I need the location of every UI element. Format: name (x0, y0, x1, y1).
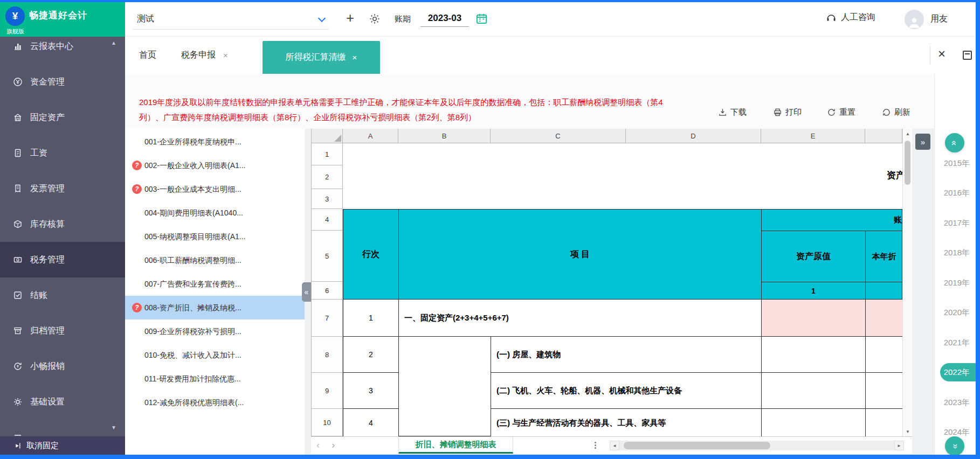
cell-f10[interactable] (866, 409, 902, 436)
header-cell-asset-original-value[interactable]: 资产原值 (762, 231, 866, 282)
vertical-scroll-thumb[interactable] (905, 141, 910, 185)
form-list-item-008-selected[interactable]: ?008-资产折旧、摊销及纳税... (125, 296, 305, 319)
refresh-button[interactable]: 刷新 (882, 107, 910, 117)
header-cell-line-no[interactable]: 行次 (343, 210, 399, 300)
column-header-f-partial[interactable] (865, 129, 902, 143)
sidebar-item-basic-settings[interactable]: 基础设置 (0, 384, 125, 420)
sidebar-item-archive[interactable]: 归档管理 (0, 313, 125, 349)
row-header-3[interactable]: 3 (311, 189, 343, 209)
active-sheet-tab[interactable]: 折旧、摊销调整明细表 (398, 437, 513, 454)
calendar-icon[interactable] (475, 12, 488, 25)
scroll-right-icon[interactable]: ► (894, 441, 904, 450)
row-header-9[interactable]: 9 (311, 373, 343, 409)
form-list-item-011[interactable]: 011-研发费用加计扣除优惠... (125, 367, 305, 391)
column-header-e[interactable]: E (761, 129, 865, 143)
cell-a7[interactable]: 1 (343, 300, 399, 337)
header-cell-item[interactable]: 项 目 (399, 210, 762, 300)
scroll-down-icon[interactable]: ▼ (903, 427, 912, 436)
cell-c10-item[interactable]: (三) 与生产经营活动有关的器具、工具、家具等 (491, 409, 762, 436)
cell-e8[interactable] (762, 337, 866, 373)
select-all-corner[interactable] (311, 129, 343, 143)
cell-a8[interactable]: 2 (343, 337, 399, 373)
years-scroll-down-button[interactable]: « (945, 436, 964, 455)
reset-button[interactable]: 重置 (827, 107, 855, 117)
tab-tax-declaration[interactable]: 税务申报 × (181, 37, 228, 74)
sidebar-item-fixed-assets[interactable]: 固定资产 (0, 100, 125, 135)
sheet-menu-icon[interactable] (595, 441, 596, 450)
row-header-1[interactable]: 1 (311, 143, 343, 165)
cell-e9[interactable] (762, 373, 866, 409)
avatar[interactable] (905, 10, 924, 29)
settings-gear-icon[interactable] (369, 13, 381, 25)
sheet-title-rows[interactable]: 资产 (343, 143, 902, 209)
sidebar-item-tax-management[interactable]: 税务管理 (0, 242, 125, 277)
sidebar-item-inventory[interactable]: 库存核算 (0, 206, 125, 242)
column-header-d[interactable]: D (626, 129, 761, 143)
cell-b8-b10-merged[interactable] (399, 337, 491, 436)
year-item-2022-active[interactable]: 2022年 (940, 363, 976, 381)
form-list-item-004[interactable]: 004-期间费用明细表(A1040... (125, 201, 305, 225)
row-header-6[interactable]: 6 (311, 282, 343, 300)
years-scroll-up-button[interactable]: « (945, 133, 964, 152)
cell-e7-pink[interactable] (762, 300, 866, 337)
download-button[interactable]: 下载 (718, 107, 747, 117)
consult-button[interactable]: 人工咨询 (826, 12, 875, 23)
expand-year-panel-button[interactable]: » (915, 134, 930, 150)
header-cell-col-index-1[interactable]: 1 (762, 282, 866, 300)
cell-c9-item[interactable]: (二) 飞机、火车、轮船、机器、机械和其他生产设备 (491, 373, 762, 409)
year-item-2021[interactable]: 2021年 (935, 333, 976, 352)
sidebar-scroll-up-icon[interactable]: ▲ (111, 40, 116, 46)
print-button[interactable]: 打印 (773, 107, 802, 117)
form-list-item-012[interactable]: 012-减免所得税优惠明细表(... (125, 391, 305, 414)
sidebar-scroll-down-icon[interactable]: ▼ (111, 425, 116, 430)
vertical-scrollbar[interactable]: ▲ ▼ (902, 129, 912, 436)
sidebar-item-closing[interactable]: 结账 (0, 277, 125, 313)
row-header-2[interactable]: 2 (311, 165, 343, 189)
year-item-2023[interactable]: 2023年 (935, 393, 976, 412)
year-item-2017[interactable]: 2017年 (935, 214, 976, 232)
collapse-form-list-button[interactable]: « (302, 282, 311, 302)
cell-f7-pink[interactable] (866, 300, 902, 337)
cell-a10[interactable]: 4 (343, 409, 399, 436)
org-selector[interactable]: 测试 (133, 9, 329, 30)
year-item-2019[interactable]: 2019年 (935, 274, 976, 292)
year-item-2016[interactable]: 2016年 (935, 184, 976, 202)
column-header-b[interactable]: B (398, 129, 491, 143)
sidebar-item-reimbursement[interactable]: 小畅报销 (0, 349, 125, 384)
year-item-2020[interactable]: 2020年 (935, 303, 976, 322)
horizontal-scroll-thumb[interactable] (624, 442, 770, 449)
cell-a9[interactable]: 3 (343, 373, 399, 409)
header-cell-col-index-2-partial[interactable] (866, 282, 902, 300)
year-item-2015[interactable]: 2015年 (935, 154, 976, 172)
row-header-4[interactable]: 4 (311, 209, 343, 231)
header-cell-current-year-partial[interactable]: 本年折 (866, 231, 902, 282)
cell-c8-item[interactable]: (一) 房屋、建筑物 (491, 337, 762, 373)
row-header-8[interactable]: 8 (311, 337, 343, 373)
header-cell-group-partial[interactable]: 账 (762, 210, 902, 231)
sidebar-item-cloud-reports[interactable]: 云报表中心 (0, 29, 125, 64)
next-sheet-icon[interactable]: › (332, 439, 335, 451)
tab-home[interactable]: 首页 (139, 37, 156, 74)
sidebar-item-funds[interactable]: 资金管理 (0, 64, 125, 100)
scroll-up-icon[interactable]: ▲ (903, 129, 912, 138)
form-list-item-001[interactable]: 001-企业所得税年度纳税申... (125, 130, 305, 154)
cell-b7-item[interactable]: 一、固定资产(2+3+4+5+6+7) (399, 300, 762, 337)
scroll-left-icon[interactable]: ◄ (610, 441, 619, 450)
horizontal-scrollbar[interactable] (619, 441, 894, 450)
close-tab-icon[interactable]: × (353, 53, 357, 62)
user-name[interactable]: 用友 (930, 13, 948, 25)
cell-f9[interactable] (866, 373, 902, 409)
form-list-item-002[interactable]: ?002-一般企业收入明细表(A1... (125, 154, 305, 177)
cell-e10[interactable] (762, 409, 866, 436)
year-item-2018[interactable]: 2018年 (935, 244, 976, 262)
form-list-item-007[interactable]: 007-广告费和业务宣传费跨... (125, 272, 305, 296)
form-list-item-005[interactable]: 005-纳税调整项目明细表(A1... (125, 225, 305, 248)
form-list-item-010[interactable]: 010-免税、减计收入及加计... (125, 343, 305, 367)
sidebar-item-salary[interactable]: 工资 (0, 135, 125, 171)
column-header-a[interactable]: A (343, 129, 398, 143)
close-tab-icon[interactable]: × (223, 51, 228, 60)
sidebar-item-invoices[interactable]: 发票管理 (0, 171, 125, 206)
row-header-10[interactable]: 10 (311, 409, 343, 436)
row-header-5[interactable]: 5 (311, 231, 343, 282)
form-list-item-003[interactable]: ?003-一般企业成本支出明细... (125, 177, 305, 201)
